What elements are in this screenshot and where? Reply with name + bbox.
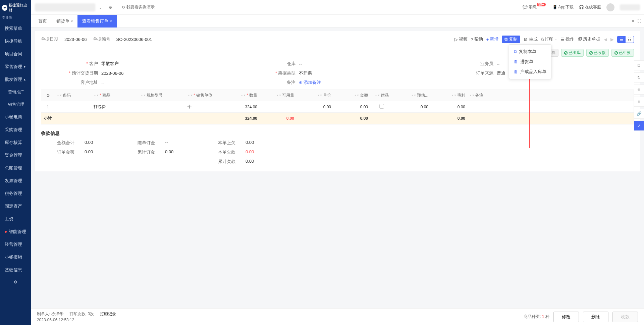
sidebar-item-inventory[interactable]: 库存核算 [0,136,31,149]
sidebar-item-marketing[interactable]: 营销推广 [0,86,31,98]
app-download-link[interactable]: 📱 App下载 [552,4,574,10]
sidebar-item-quicknav[interactable]: 快捷导航 [0,35,31,48]
add-note-link[interactable]: 添加备注 [299,80,321,85]
sidebar-item-business[interactable]: 经营管理 [0,238,31,251]
new-button[interactable]: +新增 [486,36,499,42]
close-tab-button[interactable]: ✕ [631,19,635,23]
th-unit[interactable]: ▲▼销售单位 [185,90,222,101]
tool-coupon[interactable]: ⌗ [634,97,644,107]
video-link[interactable]: ▷视频 [454,36,468,42]
th-avail[interactable]: ▲▼可用量 [259,90,296,101]
help-icon: ? [471,37,473,42]
sidebar: ✦ 畅捷通好业财 专业版 搜索菜单 快捷导航 项目合同 零售管理▼ 批发管理▲ … [0,0,31,325]
sidebar-item-search[interactable]: 搜索菜单 [0,22,31,35]
brand-logo: ✦ 畅捷通好业财 [0,0,31,15]
sidebar-item-ecom[interactable]: 小畅电商 [0,111,31,123]
th-product[interactable]: ▲▼商品 [92,90,139,101]
view-list[interactable]: ☰ [618,36,626,43]
side-tools: 🗒 ↻ ☺ ⌗ 🔗 ⤢ [634,60,644,131]
print-button[interactable]: ⎙打印 ⌄ [541,36,557,42]
close-icon[interactable]: × [71,15,73,28]
sidebar-item-retail[interactable]: 零售管理▼ [0,60,31,73]
deposit-value: -- [165,140,192,146]
subtotal-avail: 0.00 [259,113,296,123]
th-profit[interactable]: ▲▼毛利 [430,90,467,101]
th-gear[interactable]: ⚙ [41,91,55,101]
sidebar-item-sales[interactable]: 销售管理 [0,98,31,111]
sort-icon: ▲▼ [469,95,475,96]
th-gift[interactable]: ▲▼赠品 [370,90,393,101]
th-est[interactable]: ▲▼预估... [393,90,430,101]
print-log-link[interactable]: 打印记录 [100,311,116,317]
tool-expand[interactable]: ⤢ [634,121,644,131]
th-qty[interactable]: ▲▼数量 [222,90,259,101]
sidebar-item-smart[interactable]: 智能管理 [0,225,31,238]
doc-date-label: 单据日期 [41,36,58,42]
sort-icon: ▲▼ [375,95,380,96]
chevron-down-icon: ▼ [23,65,26,68]
cell-gift [370,101,393,112]
view-card[interactable]: ☷ [626,36,634,43]
msg-badge: 99+ [537,3,546,6]
sidebar-item-basic[interactable]: 基础信息 [0,264,31,276]
demo-link[interactable]: ↻ 我要看实例演示 [122,4,155,10]
avatar[interactable] [606,3,614,11]
sidebar-item-expense[interactable]: 小畅报销 [0,251,31,264]
sidebar-item-wholesale[interactable]: 批发管理▲ [0,73,31,86]
sidebar-settings[interactable]: ⚙ [0,276,31,288]
th-spec[interactable]: ▲▼规格型号 [139,90,185,101]
ops-button[interactable]: ☰操作 [560,36,574,42]
this-owe-value: 0.00 [246,140,272,146]
brand-edition: 专业版 [0,15,31,22]
th-amount[interactable]: ▲▼金额 [333,90,370,101]
maker-label: 制单人: [37,312,50,316]
gear-icon[interactable]: ⚙ [109,5,112,10]
tool-history[interactable]: ↻ [634,72,644,83]
sidebar-item-ledger[interactable]: 总账管理 [0,162,31,174]
line-items-table: ⚙ ▲▼条码 ▲▼商品 ▲▼规格型号 ▲▼销售单位 ▲▼数量 ▲▼可用量 ▲▼单… [41,90,634,124]
th-remark[interactable]: ▲▼备注 [467,90,634,101]
tool-link[interactable]: 🔗 [634,109,644,119]
sidebar-item-assets[interactable]: 固定资产 [0,200,31,213]
delete-button[interactable]: 删除 [583,312,608,322]
chevron-down-icon: ⌄ [554,38,557,41]
subtotal-label: 小计 [41,113,55,124]
receive-button[interactable]: 收款 [612,312,638,322]
th-price[interactable]: ▲▼单价 [296,90,333,101]
sidebar-item-invoice[interactable]: 发票管理 [0,174,31,187]
org-selector[interactable] [35,3,95,11]
table-row[interactable]: 1 打包费 个 324.00 0.00 0.00 0.00 0.00 [41,101,634,113]
phone-icon: 📱 [552,5,557,9]
close-icon[interactable]: × [110,15,112,28]
messages-link[interactable]: 💬 消息 99+ [523,4,547,10]
deposit-label: 随单订金 [121,140,155,146]
tool-user[interactable]: ☺ [634,85,644,95]
th-barcode[interactable]: ▲▼条码 [55,90,92,101]
dropdown-copy-this[interactable]: ⧉复制本单 [509,47,551,57]
copy-button[interactable]: ⧉ 复制 [502,36,520,43]
support-link[interactable]: 🎧 在线客服 [579,4,601,10]
username[interactable] [620,4,640,10]
edit-button[interactable]: 修改 [553,312,579,322]
sidebar-item-salary[interactable]: 工资 [0,213,31,225]
history-button[interactable]: 🗐历史单据 [578,36,600,42]
brand-name: 畅捷通好业财 [9,3,29,13]
sidebar-item-tax[interactable]: 税务管理 [0,187,31,200]
fullscreen-button[interactable]: ⛶ [637,19,641,23]
sidebar-item-project[interactable]: 项目合同 [0,48,31,60]
chevron-down-icon[interactable]: ⌄ [99,5,102,10]
sidebar-item-purchase[interactable]: 采购管理 [0,123,31,136]
generate-button[interactable]: 🗎生成 [524,36,538,42]
dropdown-finished-in[interactable]: 🗎产成品入库单 [509,67,551,77]
tab-home[interactable]: 首页 [34,15,52,28]
dropdown-purchase-bill[interactable]: 🗎进货单 [509,57,551,67]
tool-note[interactable]: 🗒 [634,60,644,70]
tab-view-sales-order[interactable]: 查看销售订单× [77,15,116,28]
tab-sales-bill[interactable]: 销货单× [52,15,77,28]
checkbox[interactable] [379,104,384,109]
next-button[interactable]: ▶ [610,37,614,42]
sidebar-item-finance[interactable]: 资金管理 [0,149,31,162]
prev-button[interactable]: ◀ [604,37,607,42]
help-link[interactable]: ?帮助 [471,36,483,42]
acc-owe-value: 0.00 [246,159,272,165]
